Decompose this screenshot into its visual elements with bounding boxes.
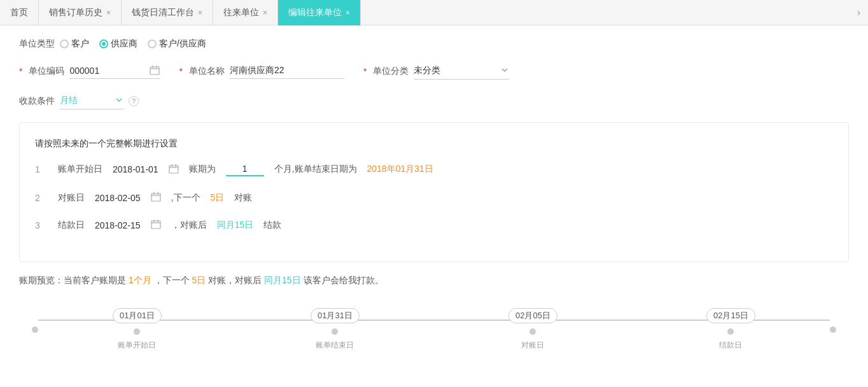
preview-prefix: 账期预览：当前客户账期是 [19, 275, 126, 285]
main-content: 单位类型 客户 供应商 客户/供应商 * 单位编码 [0, 25, 868, 387]
period-row-3: 3 结款日 2018-02-15 ，对账后 同月15日 结款 [35, 219, 833, 231]
tab-bar: 首页 销售订单历史 × 钱货日清工作台 × 往来单位 × 编辑往来单位 × › [0, 0, 868, 25]
tab-edit-partner[interactable]: 编辑往来单位 × [278, 0, 361, 25]
unit-type-label: 单位类型 [19, 38, 55, 50]
payment-terms-help[interactable]: ? [129, 96, 139, 106]
period-label-1: 账单开始日 [58, 164, 102, 175]
radio-customer-label: 客户 [71, 38, 89, 50]
timeline-point-3: 02月05日 对账日 [508, 308, 557, 351]
radio-both-circle [148, 39, 157, 48]
help-icon-label: ? [132, 97, 136, 105]
timeline-label-3: 对账日 [521, 340, 544, 351]
radio-supplier[interactable]: 供应商 [99, 38, 137, 50]
timeline-label-1: 账单开始日 [118, 340, 156, 351]
tab-sales-order-history-label: 销售订单历史 [49, 7, 102, 18]
unit-type-row: 单位类型 客户 供应商 客户/供应商 [19, 38, 849, 50]
payment-terms-group: 收款条件 月结 ? [19, 92, 139, 109]
radio-both[interactable]: 客户/供应商 [148, 38, 206, 50]
tab-home-label: 首页 [10, 7, 28, 18]
period-calendar-2[interactable] [151, 192, 161, 204]
tab-partner-unit[interactable]: 往来单位 × [213, 0, 278, 25]
tab-cash-work-close[interactable]: × [198, 8, 202, 17]
payment-terms-value: 月结 [60, 95, 111, 106]
tab-home[interactable]: 首页 [0, 0, 39, 25]
period-desc-3a: ，对账后 [171, 220, 207, 231]
tab-sales-order-history[interactable]: 销售订单历史 × [39, 0, 122, 25]
timeline-dot-4 [727, 328, 734, 335]
period-separator-1: 账期为 [189, 164, 216, 175]
tab-sales-order-history-close[interactable]: × [106, 8, 111, 17]
period-num-3: 3 [35, 220, 48, 230]
period-row-1: 1 账单开始日 2018-01-01 账期为 个月,账单结束日期为 2018年0… [35, 162, 833, 176]
period-label-3: 结款日 [58, 220, 85, 231]
tab-edit-partner-close[interactable]: × [346, 8, 350, 17]
timeline-point-2: 01月31日 账单结束日 [311, 308, 360, 351]
unit-category-arrow [500, 66, 509, 76]
timeline-badge-4: 02月15日 [706, 308, 755, 323]
preview-middle: ，下一个 [154, 275, 190, 285]
period-label-2: 对账日 [58, 192, 85, 204]
payment-terms-label: 收款条件 [19, 95, 55, 107]
timeline-left-end [32, 327, 38, 333]
period-card-title: 请按照未来的一个完整帐期进行设置 [35, 138, 833, 150]
timeline-point-1: 01月01日 账单开始日 [113, 308, 162, 351]
radio-customer-circle [60, 39, 69, 48]
period-num-1: 1 [35, 164, 48, 174]
unit-name-star: * [179, 66, 182, 76]
payment-terms-arrow [115, 95, 123, 106]
payment-terms-row: 收款条件 月结 ? [19, 92, 849, 109]
unit-code-star: * [19, 66, 22, 76]
period-highlight-date-1: 2018年01月31日 [367, 164, 433, 175]
unit-category-label: 单位分类 [373, 66, 409, 77]
timeline-section: 01月01日 账单开始日 01月31日 账单结束日 02月05日 对账 [19, 302, 849, 357]
radio-supplier-label: 供应商 [111, 38, 137, 50]
unit-code-input[interactable] [69, 63, 146, 78]
timeline-dot-1 [134, 328, 140, 335]
unit-info-row: * 单位编码 * 单位名称 * 单位分类 [19, 62, 849, 80]
radio-supplier-circle [99, 39, 108, 48]
period-desc-2b: 对账 [234, 192, 252, 204]
svg-rect-12 [151, 221, 160, 229]
unit-type-radio-group: 客户 供应商 客户/供应商 [60, 38, 206, 50]
preview-suffix: 该客户会给我打款。 [304, 275, 384, 285]
unit-category-value: 未分类 [414, 65, 440, 76]
preview-period: 1个月 [129, 275, 151, 285]
unit-name-input[interactable] [230, 63, 344, 79]
timeline-badge-3: 02月05日 [508, 308, 557, 323]
unit-code-group: * 单位编码 [19, 63, 160, 79]
tab-edit-partner-label: 编辑往来单位 [288, 7, 342, 18]
unit-code-icon[interactable] [150, 65, 160, 77]
period-date-2: 2018-02-05 [95, 193, 141, 203]
unit-name-label: 单位名称 [189, 66, 225, 77]
unit-code-input-wrapper [69, 63, 160, 79]
unit-category-dropdown[interactable]: 未分类 [414, 62, 509, 80]
preview-reconcile: 5日 [192, 275, 206, 285]
tab-cash-work[interactable]: 钱货日清工作台 × [122, 0, 213, 25]
timeline-label-4: 结款日 [719, 340, 742, 351]
period-num-2: 2 [35, 193, 48, 203]
tab-partner-unit-label: 往来单位 [223, 7, 259, 18]
period-date-1: 2018-01-01 [113, 164, 158, 174]
timeline-points: 01月01日 账单开始日 01月31日 账单结束日 02月05日 对账 [38, 308, 830, 351]
radio-customer[interactable]: 客户 [60, 38, 89, 50]
preview-section: 账期预览：当前客户账期是 1个月 ，下一个 5日 对账，对账后 同月15日 该客… [19, 275, 849, 286]
period-highlight-2: 5日 [211, 192, 225, 204]
period-calendar-3[interactable] [151, 219, 161, 231]
timeline-label-2: 账单结束日 [316, 340, 354, 351]
tab-cash-work-label: 钱货日清工作台 [132, 7, 194, 18]
unit-name-group: * 单位名称 [179, 63, 344, 79]
period-calendar-1[interactable] [169, 164, 179, 176]
period-date-3: 2018-02-15 [95, 220, 141, 230]
period-highlight-3: 同月15日 [217, 220, 254, 231]
payment-terms-select[interactable]: 月结 [60, 92, 123, 109]
period-card: 请按照未来的一个完整帐期进行设置 1 账单开始日 2018-01-01 账期为 … [19, 122, 849, 262]
timeline-dot-2 [332, 328, 338, 335]
svg-rect-4 [169, 165, 178, 173]
tab-scroll-right[interactable]: › [850, 7, 868, 18]
period-desc-3b: 结款 [263, 220, 281, 231]
timeline-badge-2: 01月31日 [311, 308, 360, 323]
tab-partner-unit-close[interactable]: × [263, 8, 267, 17]
unit-category-group: * 单位分类 未分类 [363, 62, 509, 80]
period-month-input[interactable] [226, 162, 264, 176]
timeline-point-4: 02月15日 结款日 [706, 308, 755, 351]
